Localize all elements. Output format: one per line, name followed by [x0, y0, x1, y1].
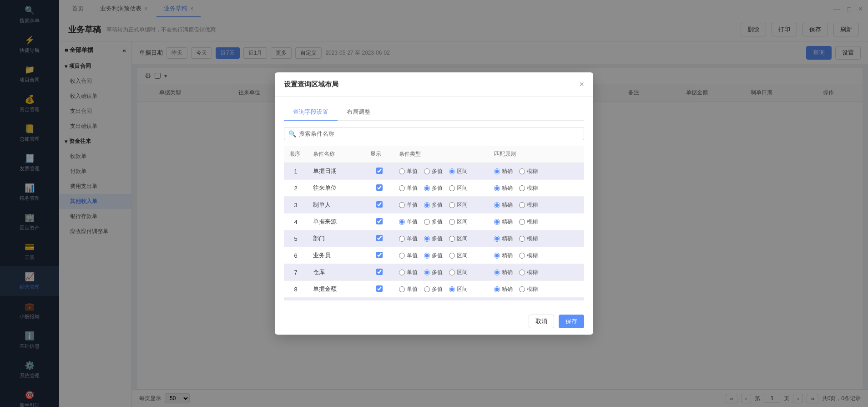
- type-single-label[interactable]: 单值: [399, 269, 418, 276]
- match-exact-radio[interactable]: [494, 270, 500, 275]
- type-single-label[interactable]: 单值: [399, 168, 418, 175]
- modal-save-button[interactable]: 保存: [559, 315, 584, 328]
- tab-field-settings[interactable]: 查询字段设置: [284, 104, 338, 121]
- type-single-radio[interactable]: [399, 270, 405, 275]
- match-exact-label[interactable]: 精确: [494, 218, 513, 226]
- match-fuzzy-label[interactable]: 模糊: [519, 168, 538, 175]
- type-single-label[interactable]: 单值: [399, 201, 418, 209]
- type-single-radio[interactable]: [399, 202, 405, 208]
- type-multi-label[interactable]: 多值: [424, 269, 443, 276]
- match-exact-radio[interactable]: [494, 286, 500, 292]
- match-exact-label[interactable]: 精确: [494, 168, 513, 175]
- type-multi-label[interactable]: 多值: [424, 252, 443, 259]
- type-range-label[interactable]: 区间: [449, 184, 468, 192]
- type-single-radio[interactable]: [399, 236, 405, 242]
- type-single-label[interactable]: 单值: [399, 235, 418, 243]
- type-multi-label[interactable]: 多值: [424, 235, 443, 243]
- show-checkbox[interactable]: [376, 218, 383, 224]
- type-single-label[interactable]: 单值: [399, 184, 418, 192]
- type-multi-radio[interactable]: [424, 185, 430, 191]
- match-exact-radio[interactable]: [494, 202, 500, 208]
- match-fuzzy-radio[interactable]: [519, 202, 525, 208]
- modal-close-button[interactable]: ×: [579, 80, 584, 89]
- match-fuzzy-label[interactable]: 模糊: [519, 184, 538, 192]
- match-exact-label[interactable]: 精确: [494, 184, 513, 192]
- show-checkbox[interactable]: [376, 252, 383, 258]
- match-fuzzy-label[interactable]: 模糊: [519, 201, 538, 209]
- show-checkbox[interactable]: [376, 235, 383, 241]
- type-range-label[interactable]: 区间: [449, 235, 468, 243]
- type-range-label[interactable]: 区间: [449, 285, 468, 293]
- search-input[interactable]: [284, 127, 584, 140]
- type-single-radio[interactable]: [399, 219, 405, 225]
- match-fuzzy-label[interactable]: 模糊: [519, 252, 538, 259]
- type-range-radio[interactable]: [449, 168, 455, 174]
- match-exact-label[interactable]: 精确: [494, 285, 513, 293]
- type-multi-radio[interactable]: [424, 270, 430, 275]
- match-fuzzy-radio[interactable]: [519, 253, 525, 259]
- type-single-label[interactable]: 单值: [399, 285, 418, 293]
- type-multi-radio[interactable]: [424, 253, 430, 259]
- match-fuzzy-label[interactable]: 模糊: [519, 235, 538, 243]
- type-range-label[interactable]: 区间: [449, 168, 468, 175]
- match-exact-label[interactable]: 精确: [494, 252, 513, 259]
- cell-type: 单值多值区间: [394, 247, 489, 264]
- cell-match: 精确模糊: [489, 214, 584, 230]
- cancel-button[interactable]: 取消: [529, 315, 554, 328]
- tab-layout-settings[interactable]: 布局调整: [338, 104, 379, 121]
- match-exact-radio[interactable]: [494, 253, 500, 259]
- match-fuzzy-radio[interactable]: [519, 219, 525, 225]
- type-range-radio[interactable]: [449, 286, 455, 292]
- type-multi-radio[interactable]: [424, 286, 430, 292]
- type-range-label[interactable]: 区间: [449, 252, 468, 259]
- type-multi-label[interactable]: 多值: [424, 218, 443, 226]
- show-checkbox[interactable]: [376, 184, 383, 191]
- show-checkbox[interactable]: [376, 201, 383, 208]
- show-checkbox[interactable]: [376, 285, 383, 292]
- type-multi-radio[interactable]: [424, 202, 430, 208]
- type-range-label[interactable]: 区间: [449, 218, 468, 226]
- show-checkbox[interactable]: [376, 168, 383, 174]
- type-multi-radio[interactable]: [424, 168, 430, 174]
- table-row: 8单据金额单值多值区间精确模糊: [284, 281, 584, 298]
- match-fuzzy-label[interactable]: 模糊: [519, 269, 538, 276]
- match-exact-radio[interactable]: [494, 168, 500, 174]
- search-box: 🔍: [284, 127, 584, 140]
- match-fuzzy-radio[interactable]: [519, 270, 525, 275]
- match-exact-radio[interactable]: [494, 219, 500, 225]
- match-exact-radio[interactable]: [494, 236, 500, 242]
- modal-overlay: 设置查询区域布局 × 查询字段设置 布局调整 🔍: [0, 0, 868, 407]
- match-exact-label[interactable]: 精确: [494, 201, 513, 209]
- type-range-radio[interactable]: [449, 236, 455, 242]
- match-fuzzy-radio[interactable]: [519, 168, 525, 174]
- type-range-radio[interactable]: [449, 185, 455, 191]
- type-multi-label[interactable]: 多值: [424, 184, 443, 192]
- match-fuzzy-radio[interactable]: [519, 185, 525, 191]
- match-exact-label[interactable]: 精确: [494, 269, 513, 276]
- type-range-radio[interactable]: [449, 202, 455, 208]
- cell-order: 7: [284, 264, 308, 281]
- type-multi-label[interactable]: 多值: [424, 201, 443, 209]
- type-multi-radio[interactable]: [424, 236, 430, 242]
- type-single-label[interactable]: 单值: [399, 218, 418, 226]
- type-range-radio[interactable]: [449, 253, 455, 259]
- match-exact-radio[interactable]: [494, 185, 500, 191]
- type-range-label[interactable]: 区间: [449, 269, 468, 276]
- type-range-radio[interactable]: [449, 270, 455, 275]
- type-range-label[interactable]: 区间: [449, 201, 468, 209]
- type-single-radio[interactable]: [399, 185, 405, 191]
- type-single-radio[interactable]: [399, 286, 405, 292]
- match-fuzzy-label[interactable]: 模糊: [519, 285, 538, 293]
- match-fuzzy-radio[interactable]: [519, 236, 525, 242]
- type-single-radio[interactable]: [399, 168, 405, 174]
- type-single-label[interactable]: 单值: [399, 252, 418, 259]
- match-fuzzy-radio[interactable]: [519, 286, 525, 292]
- type-multi-label[interactable]: 多值: [424, 168, 443, 175]
- type-single-radio[interactable]: [399, 253, 405, 259]
- match-exact-label[interactable]: 精确: [494, 235, 513, 243]
- type-range-radio[interactable]: [449, 219, 455, 225]
- type-multi-label[interactable]: 多值: [424, 285, 443, 293]
- type-multi-radio[interactable]: [424, 219, 430, 225]
- show-checkbox[interactable]: [376, 269, 383, 275]
- match-fuzzy-label[interactable]: 模糊: [519, 218, 538, 226]
